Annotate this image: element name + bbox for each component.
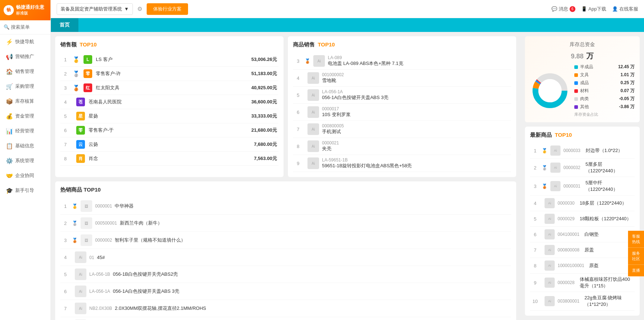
- sidebar-search-area[interactable]: 🔍 搜索菜单: [0, 20, 50, 34]
- topbar-right: 💬 消息 6 📱 App下载 👤 在线客服: [551, 6, 638, 12]
- nav-icon-guide: 🎓: [6, 187, 12, 194]
- product-image: 🖼: [81, 234, 92, 246]
- trial-button[interactable]: 体验行业方案: [147, 3, 188, 15]
- product-name: 056-1A白色按键开关盖ABS 3壳: [322, 94, 388, 101]
- product-name: 智利车子里（规格不知道填什么）: [115, 237, 186, 243]
- hot-product-row: 2 🥈 🖼 000500001 新西兰牛肉（新牛）: [60, 215, 511, 232]
- sidebar-item-marketing[interactable]: 📢营销推广: [0, 49, 50, 64]
- sidebar-item-inventory[interactable]: 📦库存核算: [0, 94, 50, 109]
- message-button[interactable]: 💬 消息 6: [551, 6, 575, 12]
- hot-products-rows: 1 🥇 🖼 0000001 中华神器 2 🥈 🖼 000500001 新西兰牛肉…: [60, 198, 511, 320]
- product-info: LA-056-1A 056-1A白色按键开关盖ABS 3壳: [89, 288, 179, 295]
- system-name-selector[interactable]: 装备及固定资产辅助管理系统 ▼: [57, 3, 133, 15]
- app-download-button[interactable]: 📱 App下载: [581, 6, 606, 12]
- inventory-chart-area: 半成品 12.45 万 文具 1.01 万 成品 0.25 万 材料 0.07 …: [530, 64, 635, 117]
- sidebar-item-purchase[interactable]: 🛒采购管理: [0, 79, 50, 94]
- new-product-row: 7 Ai 000800008 原盖: [530, 242, 635, 258]
- product-info: LA-056-1A 056-1A白色按键开关盖ABS 3壳: [322, 89, 388, 101]
- product-name: 原盖: [584, 247, 633, 253]
- new-products-title: 最新商品 TOP10: [530, 132, 635, 139]
- rank-number: 8: [294, 144, 302, 149]
- legend-value: -0.05 万: [619, 96, 635, 102]
- sidebar-item-operations[interactable]: 📊经营管理: [0, 124, 50, 139]
- phone-icon: 📱: [581, 6, 587, 12]
- rank-medal: 🥇: [73, 56, 80, 63]
- float-btn-community[interactable]: 服务 社区: [628, 248, 644, 265]
- product-code: NB2.0X30B: [89, 306, 112, 311]
- sidebar-item-finance[interactable]: 💰资金管理: [0, 109, 50, 124]
- product-image: 🖼: [81, 200, 92, 212]
- rank-number: 7: [62, 142, 69, 147]
- new-product-row: 8 Ai 10000100001 原盔: [530, 258, 635, 274]
- product-name: 夹壳: [322, 145, 339, 152]
- hot-product-row: 6 Ai LA-056-1A 056-1A白色按键开关盖ABS 3壳: [60, 283, 511, 300]
- new-product-row: 10 Ai 003800001 22g鱼豆腐·烧烤味（1*12*20）: [530, 292, 635, 311]
- tab-home[interactable]: 首页: [51, 18, 78, 32]
- hot-product-row: 3 🥉 🖼 0000002 智利车子里（规格不知道填什么）: [60, 232, 511, 249]
- product-image: Ai: [313, 55, 325, 67]
- sidebar-item-base-info[interactable]: 📋基础信息: [0, 139, 50, 153]
- product-sales-row: 3 🥉 Ai LA-089 电池盖 LA-089 ABS本色+黑种 7.1克: [293, 53, 511, 70]
- rank-number: 4: [62, 255, 69, 260]
- product-code: 10000100001: [558, 263, 584, 268]
- nav-label-cooperation: 企业协同: [15, 172, 34, 179]
- legend-name: 肉类: [580, 96, 617, 102]
- nav-label-quick-nav: 快捷导航: [15, 38, 34, 45]
- rank-medal: 🥈: [72, 221, 78, 226]
- rank-badge: 红: [83, 83, 92, 92]
- hot-product-row: 8 Ai 0000011 12070519-xs: [60, 317, 511, 320]
- sidebar-item-cooperation[interactable]: 🤝企业协同: [0, 168, 50, 183]
- sidebar-title: 畅捷通好生意: [16, 4, 44, 11]
- nav-label-purchase: 采购管理: [15, 83, 34, 90]
- search-menu-button[interactable]: 🔍 搜索菜单: [4, 24, 47, 30]
- hot-products-title: 热销商品 TOP10: [60, 186, 511, 193]
- product-name: 056-1B白色按键开关壳ABS2壳: [113, 271, 178, 277]
- rank-name: 红太阳文具: [96, 85, 248, 91]
- product-name: 手机测试: [322, 128, 344, 135]
- rank-medal: 🥇: [72, 204, 78, 209]
- product-image: Ai: [550, 145, 561, 156]
- content-area: 首页 销售额 TOP10 1 🥇 L LS 客户 53,006.26元 2 🥈 …: [51, 18, 644, 320]
- online-service-button[interactable]: 👤 在线客服: [612, 6, 638, 12]
- product-name: 5厘多层（1220*2440）: [586, 161, 633, 174]
- legend-item: 材料 0.07 万: [574, 88, 635, 94]
- float-btn-live[interactable]: 直播: [628, 265, 644, 276]
- product-info: NB2.0X30B 2.0X30MM双摆花轴,摆花直径2.1MM/ROHS: [89, 305, 206, 312]
- legend-dot: [574, 97, 578, 101]
- product-image: Ai: [545, 278, 555, 288]
- gear-icon[interactable]: ⚙: [137, 5, 142, 12]
- legend-dot: [574, 65, 578, 69]
- sidebar-item-sales[interactable]: 🏠销售管理: [0, 64, 50, 79]
- inventory-legend: 半成品 12.45 万 文具 1.01 万 成品 0.25 万 材料 0.07 …: [574, 64, 635, 117]
- product-image: Ai: [545, 296, 555, 306]
- rank-number: 4: [531, 201, 539, 206]
- rank-badge: 零: [76, 126, 85, 135]
- rank-number: 8: [531, 263, 539, 268]
- sidebar-nav: ⚡快捷导航📢营销推广🏠销售管理🛒采购管理📦库存核算💰资金管理📊经营管理📋基础信息…: [0, 34, 50, 198]
- table-row: 3 🥉 红 红太阳文具 40,925.00元: [60, 81, 278, 95]
- table-row: 7 云 云扬 7,680.00元: [60, 138, 278, 152]
- legend-value: 12.45 万: [618, 64, 635, 70]
- inventory-chart-label: 库存资金占比: [574, 112, 635, 117]
- rank-number: 6: [62, 289, 69, 294]
- rank-amount: 7,680.00元: [254, 141, 277, 148]
- product-name: 056-1A白色按键开关盖ABS 3壳: [113, 288, 179, 294]
- product-code: 003800001: [558, 299, 579, 304]
- sidebar-item-sys-manage[interactable]: ⚙️系统管理: [0, 153, 50, 168]
- product-image: 🖼: [81, 217, 92, 229]
- product-code: 0000021: [322, 140, 339, 145]
- new-product-row: 4 Ai 0000030 18多层（1220*2440）: [530, 196, 635, 211]
- rank-badge: 肖: [76, 154, 85, 163]
- float-btn-service[interactable]: 客服 热线: [628, 231, 644, 248]
- sidebar-item-guide[interactable]: 🎓新手引导: [0, 183, 50, 198]
- rank-name: 零售客户-于: [89, 127, 248, 134]
- table-row: 2 🥈 零 零售客户-许 51,183.00元: [60, 67, 278, 81]
- customer-ranking-card: 销售额 TOP10 1 🥇 L LS 客户 53,006.26元 2 🥈 零 零…: [55, 36, 284, 177]
- inventory-value: 9.88 万: [530, 49, 635, 61]
- new-product-row: 9 Ai 0000028 体械嘉枝味苏打饮品400毫升（1*15）: [530, 274, 635, 292]
- product-name: 白钢垫: [584, 231, 633, 238]
- sidebar-item-quick-nav[interactable]: ⚡快捷导航: [0, 34, 50, 49]
- legend-name: 其他: [580, 104, 617, 110]
- legend-dot: [574, 89, 578, 93]
- rank-number: 9: [294, 161, 302, 166]
